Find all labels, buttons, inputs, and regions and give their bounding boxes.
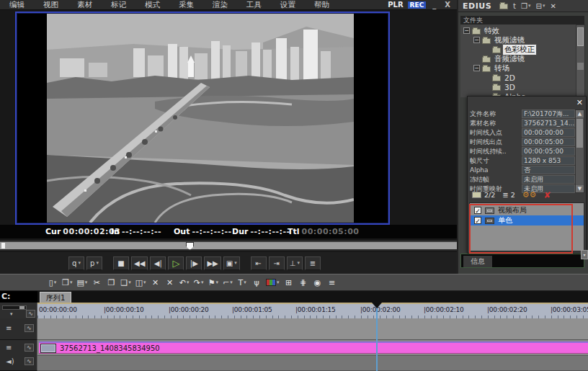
menubar-item[interactable]: 标记 — [102, 0, 135, 10]
tree-item[interactable]: − 转场 — [460, 63, 576, 73]
stop-button[interactable]: ■ — [113, 256, 129, 270]
tree-item[interactable]: 2D — [460, 73, 576, 82]
open-button[interactable]: ❒▾ — [61, 276, 74, 289]
dock-icon[interactable]: ⊟▾ — [536, 2, 545, 10]
display-dropdown-icon[interactable]: ▾ — [234, 260, 237, 266]
paste-button[interactable]: ❑▾ — [119, 276, 132, 289]
menubar-item[interactable]: 视图 — [34, 0, 68, 10]
tab-information[interactable]: 信息 — [463, 256, 492, 267]
tree-expander-icon[interactable]: − — [473, 65, 480, 71]
menubar-item[interactable]: 设置 — [271, 0, 305, 10]
playback-button[interactable]: ◉ — [311, 276, 324, 289]
close-button[interactable]: X — [442, 1, 453, 9]
video-track-header[interactable]: ≡ ∿ — [0, 318, 37, 340]
marker-button[interactable]: ⚑▾ — [207, 276, 220, 289]
effect-checkbox[interactable]: ✓ — [474, 217, 481, 224]
menubar-item[interactable]: 采集 — [169, 0, 203, 10]
menubar-item[interactable]: 渲染 — [203, 0, 237, 10]
new-sequence-button[interactable]: ▯▾ — [46, 276, 59, 289]
set-in-button[interactable]: q▾ — [68, 256, 84, 270]
tab-sequence-1[interactable]: 序列1 — [40, 292, 71, 303]
menubar-item[interactable]: 模式 — [135, 0, 169, 10]
track-wave-icon[interactable]: ∿ — [24, 324, 34, 332]
rewind-button[interactable]: ◀◀ — [131, 256, 148, 270]
track-wave-icon[interactable]: ∿ — [24, 357, 34, 365]
tree-item[interactable]: 音频滤镜 — [460, 54, 576, 63]
title-tool-button[interactable]: T▾ — [236, 276, 249, 289]
next-frame-button[interactable]: |▶ — [186, 256, 202, 270]
capture-button[interactable]: ◫▾ — [134, 276, 148, 289]
speaker-icon[interactable]: ◄) — [6, 357, 14, 365]
va-track-lane[interactable]: 37562713_1408345834950 — [37, 340, 588, 371]
menubar-item[interactable]: 帮助 — [305, 0, 339, 10]
waveform-toggle-icon[interactable]: ∿ — [26, 310, 35, 318]
tree-item[interactable]: − 视频滤镜 — [460, 35, 576, 45]
properties-scrollbar-thumb[interactable] — [576, 119, 583, 148]
track-list-icon[interactable]: ≡ — [6, 344, 12, 352]
cut-button[interactable]: ✂ — [90, 276, 103, 289]
track-list-icon[interactable]: ≡ — [6, 324, 12, 332]
tree-expander-icon[interactable]: − — [473, 37, 480, 43]
panel-scroll-button[interactable]: ▾ — [581, 250, 588, 259]
bin-close-icon[interactable]: ✕ — [550, 2, 556, 10]
audio-lane-area[interactable] — [37, 355, 588, 370]
timeline-menu-button[interactable]: ≡ — [326, 276, 339, 289]
set-in-dropdown-icon[interactable]: ▾ — [78, 260, 81, 266]
trim-dropdown-icon[interactable]: ▾ — [297, 260, 300, 266]
menubar-item[interactable]: 工具 — [237, 0, 271, 10]
tree-expander-icon[interactable]: − — [463, 27, 470, 34]
va-track-header[interactable]: ≡ ∿ ◄) ∿ — [0, 340, 37, 371]
display-mode-button[interactable]: ▣▾ — [223, 256, 240, 270]
audio-mixer-button[interactable]: ⋕ — [297, 276, 310, 289]
menubar-item[interactable]: 编辑 — [0, 0, 34, 10]
cascade-windows-icon[interactable]: ❐▾ — [521, 2, 530, 10]
tree-scrollbar[interactable] — [576, 24, 585, 97]
grid-view-button[interactable]: ⊞ — [282, 276, 295, 289]
grid-icon: ⊞ — [285, 278, 292, 287]
tree-scrollbar-thumb[interactable] — [577, 27, 584, 46]
timeline-clip[interactable]: 37562713_1408345834950 — [39, 341, 588, 354]
video-track-lane[interactable] — [37, 318, 588, 340]
properties-close-icon[interactable]: ✕ — [576, 98, 583, 107]
scrubber-playhead-handle[interactable] — [186, 242, 194, 250]
delete-button[interactable]: ✕ — [164, 276, 177, 289]
effect-checkbox[interactable]: ✓ — [474, 207, 481, 214]
jump-to-in-button[interactable]: ⇤ — [251, 256, 267, 270]
marker-icon: ⚑ — [208, 278, 215, 287]
text-tool-icon[interactable]: t — [513, 2, 516, 10]
tree-item[interactable]: 色彩校正 — [460, 45, 576, 54]
timeline-zoom-slider[interactable] — [2, 305, 27, 310]
fast-forward-button[interactable]: ▶▶ — [204, 256, 220, 270]
effect-row[interactable]: ✓ 单色 — [470, 215, 584, 225]
set-out-button[interactable]: p▾ — [86, 256, 102, 270]
playhead-handle[interactable] — [372, 303, 382, 308]
undo-button[interactable]: ↶▾ — [178, 276, 191, 289]
previous-frame-button[interactable]: ◀| — [150, 256, 166, 270]
zoom-dropdown-icon[interactable]: ▾ — [10, 311, 13, 317]
ripple-delete-button[interactable]: ✕ — [149, 276, 162, 289]
timeline-ruler[interactable]: 00:00:00:00|00:00:00:10|00:00:00:20|00:0… — [37, 303, 588, 318]
play-button[interactable]: ▷ — [168, 256, 184, 270]
more-controls-button[interactable]: ≣ — [305, 256, 321, 270]
voiceover-button[interactable]: ψ — [250, 276, 263, 289]
colorbars-button[interactable]: ▾ — [264, 276, 281, 289]
redo-button[interactable]: ↷▾ — [192, 276, 205, 289]
folder-icon[interactable] — [499, 2, 508, 9]
copy-button[interactable]: ❐ — [104, 276, 117, 289]
set-out-dropdown-icon[interactable]: ▾ — [96, 260, 99, 266]
jump-to-out-button[interactable]: ⇥ — [269, 256, 285, 270]
minimize-button[interactable]: _ — [430, 1, 438, 9]
trim-button[interactable]: ⊥▾ — [287, 256, 303, 270]
effect-row[interactable]: ✓ 视频布局 — [470, 205, 584, 215]
settings-gear-icon[interactable]: ⚙⚙ — [522, 190, 537, 200]
tree-item[interactable]: − 特效 — [460, 26, 576, 35]
edit-mode-button[interactable]: ⌐▾ — [221, 276, 234, 289]
scroll-up-icon[interactable]: ▲ — [576, 110, 584, 117]
menubar-item[interactable]: 素材 — [68, 0, 102, 10]
tree-item[interactable]: 3D — [460, 82, 576, 91]
track-wave-icon[interactable]: ∿ — [24, 344, 34, 352]
preview-scrubber[interactable] — [0, 241, 457, 251]
delete-effect-icon[interactable]: ✘ — [543, 190, 551, 200]
properties-scrollbar[interactable]: ▲ ▼ — [575, 109, 584, 193]
save-button[interactable]: ▤▾ — [75, 276, 89, 289]
